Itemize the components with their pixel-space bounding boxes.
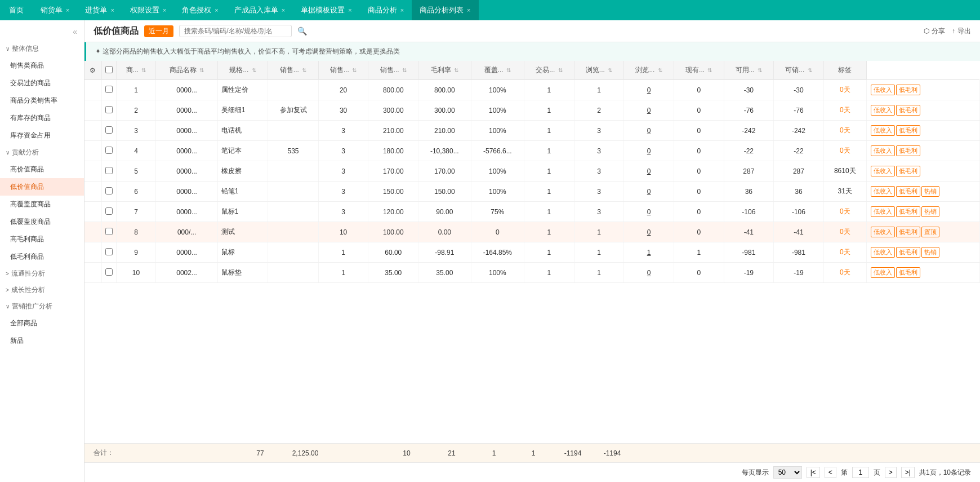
nav-item-purchase[interactable]: 进货单 ×	[77, 0, 122, 20]
close-icon[interactable]: ×	[215, 7, 218, 14]
row-checkbox[interactable]	[105, 248, 113, 255]
cell-browse1[interactable]: 0	[624, 121, 674, 141]
sidebar-item-all-goods[interactable]: 全部商品	[0, 315, 84, 332]
row-checkbox[interactable]	[105, 147, 113, 154]
cell-browse1[interactable]: 0	[624, 182, 674, 202]
col-settings[interactable]: ⚙	[84, 61, 101, 80]
page-label: 第	[841, 468, 848, 477]
row-checkbox[interactable]	[105, 187, 113, 194]
cell-available: -19	[774, 263, 824, 283]
cell-browse1[interactable]: 1	[624, 242, 674, 263]
col-name: 商品名称 ⇅	[156, 61, 217, 80]
nav-item-permission[interactable]: 权限设置 ×	[122, 0, 174, 20]
cell-checkbox[interactable]	[101, 80, 116, 100]
sidebar-section-contribution[interactable]: ∨ 贡献分析	[0, 144, 84, 161]
footer-available: -1194	[593, 449, 632, 457]
row-checkbox[interactable]	[105, 86, 113, 93]
sidebar-section-growth[interactable]: > 成长性分析	[0, 282, 84, 298]
nav-label: 商品分析	[368, 5, 397, 15]
cell-browse1[interactable]: 0	[624, 161, 674, 182]
nav-item-sales[interactable]: 销货单 ×	[33, 0, 77, 20]
close-icon[interactable]: ×	[348, 7, 351, 14]
sidebar-item-sales-goods[interactable]: 销售类商品	[0, 57, 84, 74]
last-page-btn[interactable]: >|	[901, 467, 915, 478]
first-page-btn[interactable]: |<	[807, 467, 820, 478]
row-checkbox[interactable]	[105, 207, 113, 215]
table-row: 30000... 电话机 3 210.00 210.00 100% 1 3 0 …	[84, 121, 980, 141]
row-checkbox[interactable]	[105, 268, 113, 276]
cell-browse1[interactable]: 0	[624, 100, 674, 121]
cell-num: 1	[116, 80, 156, 100]
sidebar-item-low-coverage[interactable]: 低覆盖度商品	[0, 213, 84, 231]
nav-item-template[interactable]: 单据模板设置 ×	[293, 0, 359, 20]
table-row: 50000... 橡皮擦 3 170.00 170.00 100% 1 3 0 …	[84, 161, 980, 182]
cell-checkbox[interactable]	[101, 121, 116, 141]
sidebar-section-marketing[interactable]: ∨ 营销推广分析	[0, 298, 84, 315]
cell-checkbox[interactable]	[101, 182, 116, 202]
sidebar-item-low-margin[interactable]: 低毛利商品	[0, 248, 84, 266]
close-icon[interactable]: ×	[467, 7, 470, 14]
sidebar-item-traded-goods[interactable]: 交易过的商品	[0, 74, 84, 92]
next-page-btn[interactable]: >	[885, 467, 897, 478]
cell-checkbox[interactable]	[101, 263, 116, 283]
page-number-input[interactable]	[852, 467, 869, 478]
cell-saleable: 0天	[823, 202, 866, 222]
cell-stock-now: -41	[724, 222, 774, 242]
cell-checkbox[interactable]	[101, 161, 116, 182]
search-icon[interactable]: 🔍	[297, 26, 307, 36]
sidebar-item-high-value[interactable]: 高价值商品	[0, 161, 84, 178]
nav-item-warehouse[interactable]: 产成品入库单 ×	[226, 0, 293, 20]
section-title: 贡献分析	[12, 148, 39, 157]
cell-name: 鼠标垫	[217, 263, 268, 283]
col-checkbox[interactable]	[101, 61, 116, 80]
cell-sales-avg: 0.00	[418, 222, 471, 242]
row-checkbox[interactable]	[105, 126, 113, 134]
nav-item-role[interactable]: 角色授权 ×	[174, 0, 226, 20]
cell-checkbox[interactable]	[101, 242, 116, 263]
tag-badge: 低收入	[871, 85, 895, 95]
tag-badge: 低收入	[871, 105, 895, 116]
sidebar-item-high-margin[interactable]: 高毛利商品	[0, 231, 84, 248]
cell-browse1[interactable]: 0	[624, 263, 674, 283]
section-title: 营销推广分析	[12, 302, 52, 311]
prev-page-btn[interactable]: <	[825, 467, 836, 478]
cell-gross-rate: 100%	[471, 182, 524, 202]
close-icon[interactable]: ×	[66, 7, 69, 14]
sidebar-section-overall[interactable]: ∨ 整体信息	[0, 41, 84, 57]
nav-item-analysis-list[interactable]: 商品分析列表 ×	[412, 0, 478, 20]
row-checkbox[interactable]	[105, 167, 113, 174]
export-button[interactable]: ↑ 导出	[952, 26, 971, 36]
sidebar-item-new-goods[interactable]: 新品	[0, 332, 84, 350]
cell-checkbox[interactable]	[101, 141, 116, 161]
close-icon[interactable]: ×	[110, 7, 114, 14]
share-button[interactable]: ⬡ 分享	[924, 26, 945, 36]
close-icon[interactable]: ×	[400, 7, 404, 14]
cell-browse1[interactable]: 0	[624, 80, 674, 100]
close-icon[interactable]: ×	[163, 7, 166, 14]
nav-item-analysis[interactable]: 商品分析 ×	[360, 0, 412, 20]
sidebar-item-high-coverage[interactable]: 高覆盖度商品	[0, 196, 84, 213]
sidebar-item-category-rate[interactable]: 商品分类销售率	[0, 92, 84, 109]
cell-spec	[268, 182, 319, 202]
nav-home[interactable]: 首页	[0, 0, 33, 20]
cell-browse1[interactable]: 0	[624, 202, 674, 222]
sidebar-collapse-btn[interactable]: «	[70, 25, 79, 38]
cell-checkbox[interactable]	[101, 222, 116, 242]
row-checkbox[interactable]	[105, 228, 113, 235]
row-checkbox[interactable]	[105, 106, 113, 113]
footer-coverage: 10	[384, 449, 429, 457]
select-all-checkbox[interactable]	[105, 66, 113, 73]
per-page-select[interactable]: 50 100 200	[773, 466, 802, 479]
sidebar-item-low-value[interactable]: 低价值商品	[0, 178, 84, 196]
close-icon[interactable]: ×	[282, 7, 285, 14]
cell-sales-avg: 210.00	[418, 121, 471, 141]
sidebar-item-stock-capital[interactable]: 库存资金占用	[0, 127, 84, 144]
sidebar-section-liquidity[interactable]: > 流通性分析	[0, 266, 84, 282]
cell-checkbox[interactable]	[101, 100, 116, 121]
cell-browse1[interactable]: 0	[624, 222, 674, 242]
time-filter-button[interactable]: 近一月	[144, 25, 173, 37]
cell-checkbox[interactable]	[101, 202, 116, 222]
search-input[interactable]	[179, 25, 292, 37]
sidebar-item-stock-goods[interactable]: 有库存的商品	[0, 109, 84, 127]
cell-browse1[interactable]: 0	[624, 141, 674, 161]
